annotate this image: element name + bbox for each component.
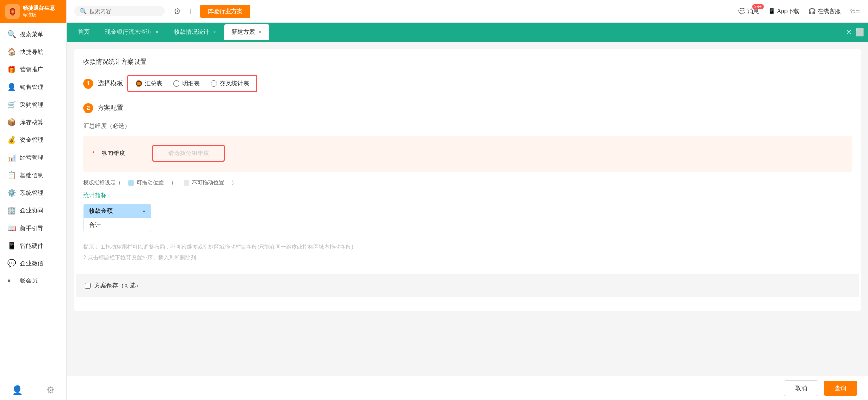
notification-btn[interactable]: 💬 消息 99+ xyxy=(738,7,759,15)
fixed-color-dot xyxy=(184,180,189,186)
tabbar: 首页 现金银行流水查询 × 收款情况统计 × 新建方案 × ✕ ⬜ xyxy=(67,23,868,42)
save-label: 方案保存（可选） xyxy=(94,282,142,290)
draggable-color-dot xyxy=(128,180,134,186)
chart-icon: 📊 xyxy=(7,153,15,162)
tab-newplan[interactable]: 新建方案 × xyxy=(224,24,269,40)
query-button[interactable]: 查询 xyxy=(824,381,857,396)
book-icon: 📖 xyxy=(7,224,15,232)
topbar-search-box: 🔍 xyxy=(74,6,165,16)
content-card: 收款情况统计方案设置 1 选择模板 汇总表 明细表 xyxy=(74,49,861,311)
topbar: 🔍 ⚙ | 体验行业方案 💬 消息 99+ 📱 App下载 🎧 在线客服 张三 xyxy=(67,0,868,23)
metrics-label: 统计指标 xyxy=(83,191,852,199)
search-icon: 🔍 xyxy=(80,8,87,14)
hints-section: 提示： 1.拖动标题栏可以调整布局，不可跨维度或指标区域拖动栏目字段(只能在同一… xyxy=(83,241,852,263)
search-input[interactable] xyxy=(90,8,153,14)
save-checkbox[interactable] xyxy=(85,283,91,289)
sidebar-item-sales[interactable]: 👤 销售管理 xyxy=(0,78,66,96)
dimension-area: * 纵向维度 —— 请选择分组维度 xyxy=(83,136,852,172)
metrics-data-row: 合计 xyxy=(84,218,151,232)
maximize-btn[interactable]: ⬜ xyxy=(855,28,864,37)
required-mark: * xyxy=(92,150,94,157)
close-window-btn[interactable]: ✕ xyxy=(846,28,852,37)
page-title: 收款情况统计方案设置 xyxy=(83,58,852,66)
settings-icon[interactable]: ⚙ xyxy=(174,6,181,16)
arrow: —— xyxy=(132,150,145,157)
step2-section: 2 方案配置 汇总维度（必选） * 纵向维度 —— 请选择分组维度 xyxy=(83,103,852,263)
username-display: 张三 xyxy=(850,7,861,15)
cancel-button[interactable]: 取消 xyxy=(784,380,818,396)
metrics-section: 模板指标设定（ 可拖动位置 ） 不可拖动位置 ） xyxy=(83,179,852,232)
sidebar-item-operations[interactable]: 📊 经营管理 xyxy=(0,149,66,166)
download-icon: 📱 xyxy=(768,8,775,14)
main-area: 🔍 ⚙ | 体验行业方案 💬 消息 99+ 📱 App下载 🎧 在线客服 张三 xyxy=(67,0,868,400)
phone-icon: 📱 xyxy=(7,241,15,250)
sidebar-item-inventory[interactable]: 📦 库存核算 xyxy=(0,113,66,131)
sidebar-item-smarthw[interactable]: 📱 智能硬件 xyxy=(0,237,66,254)
metrics-legend: 模板指标设定（ 可拖动位置 ） 不可拖动位置 ） xyxy=(83,179,852,187)
sidebar-item-enterprise[interactable]: 🏢 企业协同 xyxy=(0,202,66,219)
dimension-row: * 纵向维度 —— 请选择分组维度 xyxy=(92,145,843,162)
sidebar-item-purchase[interactable]: 🛒 采购管理 xyxy=(0,96,66,113)
sidebar-item-marketing[interactable]: 🎁 营销推广 xyxy=(0,61,66,78)
sidebar-item-wechat[interactable]: 💬 企业微信 xyxy=(0,254,66,272)
sidebar-bottom: 👤 ⚙ xyxy=(0,380,66,400)
radio-cross-input[interactable] xyxy=(211,80,217,87)
service-btn[interactable]: 🎧 在线客服 xyxy=(808,7,841,15)
tab-collection[interactable]: 收款情况统计 × xyxy=(167,24,223,40)
save-row: 方案保存（可选） xyxy=(76,274,859,297)
search-menu-icon: 🔍 xyxy=(7,30,15,38)
vertical-label: 纵向维度 xyxy=(102,149,125,157)
dimension-select-btn[interactable]: 请选择分组维度 xyxy=(152,145,225,162)
sidebar-item-search[interactable]: 🔍 搜索菜单 xyxy=(0,25,66,43)
logo-icon: 🏮 xyxy=(5,4,20,19)
radio-cross[interactable]: 交叉统计表 xyxy=(211,80,249,88)
topbar-right: 💬 消息 99+ 📱 App下载 🎧 在线客服 张三 xyxy=(738,7,861,15)
radio-summary-input[interactable] xyxy=(136,80,142,87)
tab-cashflow[interactable]: 现金银行流水查询 × xyxy=(98,24,166,40)
user-icon: 👤 xyxy=(7,83,15,91)
radio-detail-input[interactable] xyxy=(173,80,179,87)
radio-detail[interactable]: 明细表 xyxy=(173,80,200,88)
money-icon: 💰 xyxy=(7,136,15,144)
gear-icon: ⚙️ xyxy=(7,188,15,197)
sidebar-item-finance[interactable]: 💰 资金管理 xyxy=(0,131,66,149)
chat-icon: 💬 xyxy=(7,259,15,268)
trial-button[interactable]: 体验行业方案 xyxy=(200,5,250,18)
message-icon: 💬 xyxy=(738,8,745,14)
sidebar-item-member[interactable]: ♦ 畅会员 xyxy=(0,272,66,289)
cart-icon: 🛒 xyxy=(7,100,15,109)
sidebar-item-system[interactable]: ⚙️ 系统管理 xyxy=(0,184,66,202)
logo-symbol: 🏮 xyxy=(8,7,17,16)
sidebar-logo: 🏮 畅捷通好生意 标准版 xyxy=(0,0,66,23)
radio-summary[interactable]: 汇总表 xyxy=(136,80,162,88)
hint-row-2: 2.点击标题栏下拉可设置排序、插入列和删除列 xyxy=(83,252,852,263)
sidebar: 🏮 畅捷通好生意 标准版 🔍 搜索菜单 🏠 快捷导航 🎁 营销推广 👤 销售管理… xyxy=(0,0,67,400)
download-btn[interactable]: 📱 App下载 xyxy=(768,7,799,15)
diamond-icon: ♦ xyxy=(7,277,15,285)
sidebar-item-basicinfo[interactable]: 📋 基础信息 xyxy=(0,166,66,184)
metrics-header-row[interactable]: 收款金额 ▾ xyxy=(84,204,151,218)
logo-text: 畅捷通好生意 标准版 xyxy=(23,5,55,18)
sidebar-item-quicknav[interactable]: 🏠 快捷导航 xyxy=(0,43,66,61)
sidebar-item-guide[interactable]: 📖 新手引导 xyxy=(0,219,66,237)
tab-cashflow-close[interactable]: × xyxy=(156,29,159,35)
step1-title: 选择模板 xyxy=(98,80,123,88)
gift-icon: 🎁 xyxy=(7,65,15,74)
sidebar-avatar[interactable]: 👤 xyxy=(12,385,23,395)
clipboard-icon: 📋 xyxy=(7,171,15,179)
step2-title: 方案配置 xyxy=(98,104,123,112)
metrics-table: 收款金额 ▾ 合计 xyxy=(83,204,151,232)
step2-badge: 2 xyxy=(83,103,93,113)
config-section: 汇总维度（必选） * 纵向维度 —— 请选择分组维度 xyxy=(83,122,852,263)
tab-home[interactable]: 首页 xyxy=(71,24,97,40)
footer-bar: 取消 查询 xyxy=(67,376,868,400)
tab-newplan-close[interactable]: × xyxy=(259,29,262,35)
box-icon: 📦 xyxy=(7,118,15,127)
step1-section: 1 选择模板 汇总表 明细表 交叉统计表 xyxy=(83,75,852,92)
tab-collection-close[interactable]: × xyxy=(213,29,216,35)
headset-icon: 🎧 xyxy=(808,8,816,14)
sidebar-settings[interactable]: ⚙ xyxy=(47,385,55,395)
legend-draggable: 可拖动位置 xyxy=(128,179,164,187)
tabbar-actions: ✕ ⬜ xyxy=(846,28,864,37)
building-icon: 🏢 xyxy=(7,206,15,215)
